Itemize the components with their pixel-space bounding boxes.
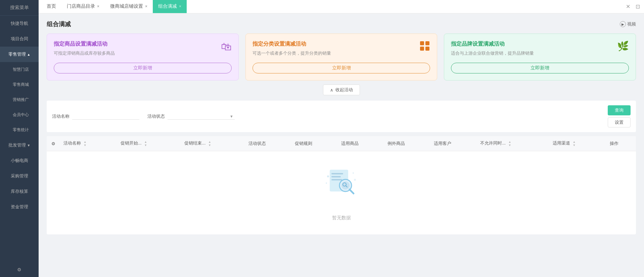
sidebar: 搜索菜单 快捷导航 项目合同 零售管理 ▲ 智慧门店 零售商城 营销推广 会员中…: [0, 0, 39, 277]
card-brand: 🌿 指定品牌设置满减活动 适合与上游企业联合做营销，提升品牌销量 立即新增: [444, 34, 636, 80]
svg-rect-0: [420, 41, 424, 45]
col-name-label: 活动名称: [63, 141, 81, 146]
sidebar-item-finance-mgmt[interactable]: 资金管理: [0, 199, 39, 215]
card-goods-add-btn[interactable]: 立即新增: [54, 63, 232, 73]
col-operation: 操作: [606, 136, 636, 151]
filter-row: 活动名称 活动状态 进行中 未开始 已结束 ▼ 查询 设置: [47, 101, 636, 132]
sidebar-settings[interactable]: ⚙: [0, 262, 39, 277]
sort-icon[interactable]: ▲▼: [144, 140, 147, 147]
card-category: 指定分类设置满减活动 可选一个或者多个分类，提升分类的销量 立即新增: [245, 34, 438, 80]
svg-line-10: [350, 189, 354, 193]
svg-point-13: [327, 175, 329, 177]
sidebar-item-member-center[interactable]: 会员中心: [0, 107, 39, 122]
svg-rect-6: [331, 176, 341, 177]
activity-cards: 🛍 指定商品设置满减活动 可指定滞销商品或库存较多商品 立即新增: [47, 34, 636, 80]
main-area: 首页 门店商品目录 × 微商城店铺设置 × 组合满减 × ✕ ⊡ 组合满减 ▶ …: [39, 0, 644, 277]
sidebar-item-retail-mall[interactable]: 零售商城: [0, 77, 39, 92]
sidebar-search[interactable]: 搜索菜单: [0, 0, 39, 16]
sidebar-item-smart-store[interactable]: 智慧门店: [0, 62, 39, 77]
collapse-activities-btn[interactable]: ∧ 收起活动: [323, 85, 360, 95]
svg-rect-5: [331, 173, 343, 174]
query-button[interactable]: 查询: [608, 105, 631, 115]
col-promo-rule: 促销规则: [291, 136, 338, 151]
sidebar-item-inventory[interactable]: 库存核算: [0, 184, 39, 199]
card-goods-title: 指定商品设置满减活动: [54, 41, 232, 48]
tab-mini-store-settings[interactable]: 微商城店铺设置 ×: [105, 0, 153, 13]
filter-name-label: 活动名称: [52, 113, 70, 119]
empty-state-row: 暂无数据: [47, 151, 636, 235]
filter-status-label: 活动状态: [147, 113, 165, 119]
col-promo-end: 促销结束... ▲▼: [181, 136, 245, 151]
page-content: 组合满减 ▶ 视频 🛍 指定商品设置满减活动 可指定滞销商品或库存较多商品 立即…: [39, 13, 644, 277]
card-goods: 🛍 指定商品设置满减活动 可指定滞销商品或库存较多商品 立即新增: [47, 34, 239, 80]
sidebar-item-retail-mgmt[interactable]: 零售管理 ▲: [0, 47, 39, 62]
sort-icon[interactable]: ▲▼: [84, 140, 87, 147]
tab-home[interactable]: 首页: [41, 0, 61, 13]
page-title: 组合满减: [47, 20, 71, 28]
empty-text: 暂无数据: [332, 215, 351, 220]
card-goods-icon: 🛍: [221, 41, 232, 53]
collapse-bar: ∧ 收起活动: [47, 85, 636, 95]
window-restore-icon[interactable]: ⊡: [634, 2, 641, 11]
sidebar-item-retail-stats[interactable]: 零售统计: [0, 122, 39, 137]
gear-icon: ⚙: [51, 141, 55, 146]
sort-icon[interactable]: ▲▼: [573, 140, 576, 147]
data-table: ⚙ 活动名称 ▲▼ 促销开始... ▲▼ 促销结束... ▲▼: [47, 136, 636, 234]
play-icon: ▶: [620, 21, 626, 27]
card-brand-icon: 🌿: [617, 41, 629, 52]
col-name: 活动名称 ▲▼: [60, 136, 117, 151]
filter-name-input[interactable]: [72, 113, 139, 120]
filter-status-select[interactable]: 进行中 未开始 已结束: [168, 113, 235, 120]
svg-point-14: [326, 182, 327, 184]
sort-icon[interactable]: ▲▼: [208, 140, 211, 147]
close-tab-combo-discount[interactable]: ×: [179, 4, 181, 9]
svg-rect-3: [425, 47, 429, 51]
filter-name-item: 活动名称: [52, 113, 139, 120]
tabbar: 首页 门店商品目录 × 微商城店铺设置 × 组合满减 × ✕ ⊡: [39, 0, 644, 13]
tabbar-actions: ✕ ⊡: [625, 2, 641, 11]
window-close-icon[interactable]: ✕: [625, 2, 632, 11]
filter-status-select-wrap: 进行中 未开始 已结束 ▼: [168, 113, 235, 120]
col-exception-goods: 例外商品: [384, 136, 430, 151]
col-applicable-customer: 适用客户: [430, 136, 477, 151]
empty-illustration: [47, 151, 636, 202]
filter-status-item: 活动状态 进行中 未开始 已结束 ▼: [147, 113, 235, 120]
video-link[interactable]: ▶ 视频: [620, 21, 636, 27]
col-applicable-goods: 适用商品: [338, 136, 384, 151]
tab-combo-discount[interactable]: 组合满减 ×: [153, 0, 187, 13]
svg-rect-1: [425, 41, 429, 45]
card-brand-title: 指定品牌设置满减活动: [451, 41, 629, 48]
card-brand-desc: 适合与上游企业联合做营销，提升品牌销量: [451, 50, 629, 56]
svg-point-15: [353, 172, 354, 174]
sidebar-item-wholesale-mgmt[interactable]: 批发管理 ▼: [0, 137, 39, 153]
collapse-icon: ∧: [330, 88, 333, 93]
card-goods-desc: 可指定滞销商品或库存较多商品: [54, 50, 232, 56]
filter-actions: 查询 设置: [608, 105, 631, 127]
chevron-up-icon: ▲: [27, 53, 31, 56]
card-category-add-btn[interactable]: 立即新增: [252, 63, 430, 73]
col-promo-start: 促销开始... ▲▼: [117, 136, 181, 151]
card-brand-add-btn[interactable]: 立即新增: [451, 63, 629, 73]
chevron-down-icon: ▼: [27, 144, 31, 147]
tab-store-catalog[interactable]: 门店商品目录 ×: [61, 0, 105, 13]
col-status: 活动状态: [245, 136, 291, 151]
page-header: 组合满减 ▶ 视频: [47, 20, 636, 28]
svg-rect-2: [420, 47, 424, 51]
svg-rect-7: [331, 179, 342, 180]
sidebar-item-project-contract[interactable]: 项目合同: [0, 31, 39, 47]
sidebar-item-purchase-mgmt[interactable]: 采购管理: [0, 168, 39, 184]
settings-button[interactable]: 设置: [608, 117, 631, 127]
col-applicable-channel: 适用渠道 ▲▼: [549, 136, 606, 151]
sort-icon[interactable]: ▲▼: [508, 140, 511, 147]
close-tab-mini-store-settings[interactable]: ×: [145, 4, 147, 9]
card-category-title: 指定分类设置满减活动: [252, 41, 430, 48]
col-gear[interactable]: ⚙: [47, 136, 60, 151]
card-category-icon: [419, 41, 430, 54]
table-header-row: ⚙ 活动名称 ▲▼ 促销开始... ▲▼ 促销结束... ▲▼: [47, 136, 636, 151]
sidebar-item-quick-nav[interactable]: 快捷导航: [0, 16, 39, 31]
gear-icon: ⚙: [17, 267, 21, 272]
close-tab-store-catalog[interactable]: ×: [97, 4, 99, 9]
svg-point-16: [354, 179, 356, 181]
sidebar-item-marketing[interactable]: 营销推广: [0, 92, 39, 107]
sidebar-item-xpchan-ecom[interactable]: 小畅电商: [0, 153, 39, 168]
